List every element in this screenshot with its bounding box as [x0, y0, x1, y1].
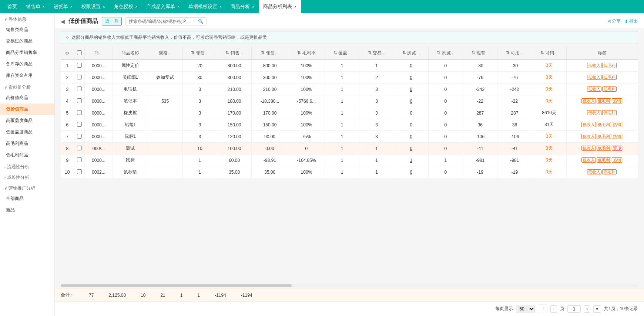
collapse-icon[interactable]: ◀ — [61, 18, 65, 24]
sidebar-item-low-coverage[interactable]: 低覆盖度商品 — [0, 126, 54, 138]
row-checkbox-cell[interactable] — [74, 95, 84, 107]
row-checkbox[interactable] — [77, 134, 82, 139]
row-checkbox-cell[interactable] — [74, 107, 84, 119]
close-icon[interactable]: × — [177, 5, 180, 9]
row-checkbox[interactable] — [77, 169, 82, 174]
select-all-checkbox[interactable] — [77, 50, 82, 55]
sidebar-group-marketing[interactable]: ∨ 营销推广分析 — [0, 182, 54, 193]
sidebar-group-growth[interactable]: › 成长性分析 — [0, 171, 54, 182]
sidebar-item-low-value[interactable]: 低价值商品 — [0, 103, 54, 115]
row-view1[interactable]: 1 — [394, 154, 428, 166]
row-checkbox[interactable] — [77, 98, 82, 103]
close-icon[interactable]: × — [103, 5, 105, 9]
chevron-right-icon: › — [4, 165, 6, 169]
sidebar-item-low-margin[interactable]: 低毛利商品 — [0, 149, 54, 161]
row-view1[interactable]: 0 — [394, 95, 428, 107]
sidebar-item-traded-products[interactable]: 交易过的商品 — [0, 35, 54, 47]
row-view1[interactable]: 0 — [394, 143, 428, 154]
close-icon[interactable]: × — [135, 5, 138, 9]
nav-item-sales[interactable]: 销售单 × — [21, 0, 49, 13]
checkbox-col-header[interactable] — [74, 47, 84, 60]
row-id: 2 — [61, 72, 74, 84]
row-checkbox[interactable] — [77, 86, 82, 91]
sidebar-group-contribution[interactable]: ∨ 贡献值分析 — [0, 81, 54, 92]
sidebar-item-stock-products[interactable]: 备库存的商品 — [0, 58, 54, 70]
last-page-button[interactable]: » — [593, 305, 601, 313]
sidebar-item-category-sales-rate[interactable]: 商品分类销售率 — [0, 47, 54, 58]
sidebar-item-sales-products[interactable]: 销售类商品 — [0, 24, 54, 35]
first-page-button[interactable]: 《 — [538, 305, 547, 313]
row-checkbox[interactable] — [77, 122, 82, 127]
nav-item-analysis-list[interactable]: 商品分析列表 × — [259, 0, 301, 13]
row-tags: 低收入低毛利热销 — [566, 131, 638, 143]
row-tags: 低收入低毛利 — [566, 60, 638, 72]
row-checkbox[interactable] — [77, 110, 82, 115]
per-page-select[interactable]: 50 100 200 — [516, 305, 535, 313]
row-checkbox-cell[interactable] — [74, 72, 84, 84]
chevron-right-icon: › — [4, 176, 6, 180]
prev-page-button[interactable]: ‹ — [550, 305, 557, 313]
row-available: -242 — [497, 84, 532, 95]
close-icon[interactable]: × — [43, 5, 45, 9]
row-tags: 低收入低毛利 — [566, 72, 638, 84]
row-checkbox-cell[interactable] — [74, 84, 84, 95]
nav-item-template-settings[interactable]: 单据模板设置 × — [184, 0, 226, 13]
period-button[interactable]: 近一月 — [102, 17, 122, 26]
row-checkbox-cell[interactable] — [74, 60, 84, 72]
nav-item-product-stock[interactable]: 产成品入库单 × — [142, 0, 184, 13]
row-code: 0000... — [84, 60, 113, 72]
close-icon[interactable]: × — [219, 5, 222, 9]
row-checkbox[interactable] — [77, 157, 82, 162]
page-number-input[interactable] — [567, 305, 581, 313]
sidebar-item-high-value[interactable]: 高价值商品 — [0, 92, 54, 103]
nav-item-home[interactable]: 首页 — [3, 0, 21, 13]
horizontal-scrollbar[interactable] — [61, 284, 638, 287]
nav-item-permissions[interactable]: 权限设置 × — [77, 0, 110, 13]
row-checkbox[interactable] — [77, 146, 82, 150]
share-button[interactable]: ⎗ 分享 — [608, 18, 621, 24]
nav-item-product-analysis[interactable]: 商品分析 × — [226, 0, 259, 13]
sidebar-item-new-products[interactable]: 新品 — [0, 204, 54, 216]
row-checkbox-cell[interactable] — [74, 119, 84, 131]
row-available: 287 — [497, 107, 532, 119]
row-checkbox-cell[interactable] — [74, 154, 84, 166]
search-input[interactable] — [129, 19, 198, 24]
close-icon[interactable]: × — [252, 5, 254, 9]
row-checkbox[interactable] — [77, 75, 82, 79]
row-view1[interactable]: 0 — [394, 84, 428, 95]
nav-item-purchase[interactable]: 进货单 × — [49, 0, 77, 13]
settings-col-header[interactable]: ⚙ — [61, 47, 74, 60]
row-checkbox[interactable] — [77, 63, 82, 68]
sidebar-group-circulation[interactable]: › 流通性分析 — [0, 161, 54, 171]
sidebar-item-high-coverage[interactable]: 高覆盖度商品 — [0, 115, 54, 126]
close-icon[interactable]: × — [70, 5, 73, 9]
nav-item-roles[interactable]: 角色授权 × — [110, 0, 142, 13]
sidebar-group-overall[interactable]: ∨ 整体信息 — [0, 13, 54, 24]
settings-icon[interactable]: ⚙ — [65, 51, 69, 56]
row-checkbox-cell[interactable] — [74, 143, 84, 154]
row-view1[interactable]: 0 — [394, 72, 428, 84]
row-name: 电话机 — [113, 84, 148, 95]
search-icon[interactable]: 🔍 — [198, 19, 204, 24]
row-view1[interactable]: 0 — [394, 166, 428, 178]
row-spec: 535 — [148, 95, 182, 107]
export-button[interactable]: ⬇ 导出 — [624, 18, 638, 24]
row-view1[interactable]: 0 — [394, 60, 428, 72]
row-view1[interactable]: 0 — [394, 119, 428, 131]
row-view1[interactable]: 0 — [394, 107, 428, 119]
table-row: 9 0000... 鼠标 1 60.00 -98.91 -164.85% 1 1… — [61, 154, 638, 166]
footer-totals: 77 2,125.00 10 21 1 1 -1194 -1194 — [81, 293, 260, 298]
row-view1[interactable]: 0 — [394, 131, 428, 143]
sidebar-item-stock-funds[interactable]: 库存资金占用 — [0, 70, 54, 81]
close-icon[interactable]: × — [294, 5, 296, 9]
sidebar-item-high-margin[interactable]: 高毛利商品 — [0, 138, 54, 149]
next-page-button[interactable]: › — [584, 305, 590, 313]
sidebar-item-all-products[interactable]: 全部商品 — [0, 193, 54, 204]
row-id: 5 — [61, 107, 74, 119]
row-name: 橡皮擦 — [113, 107, 148, 119]
row-qty: 10 — [182, 143, 217, 154]
row-spec — [148, 154, 182, 166]
row-checkbox-cell[interactable] — [74, 166, 84, 178]
row-coverage: 1 — [325, 166, 359, 178]
row-checkbox-cell[interactable] — [74, 131, 84, 143]
